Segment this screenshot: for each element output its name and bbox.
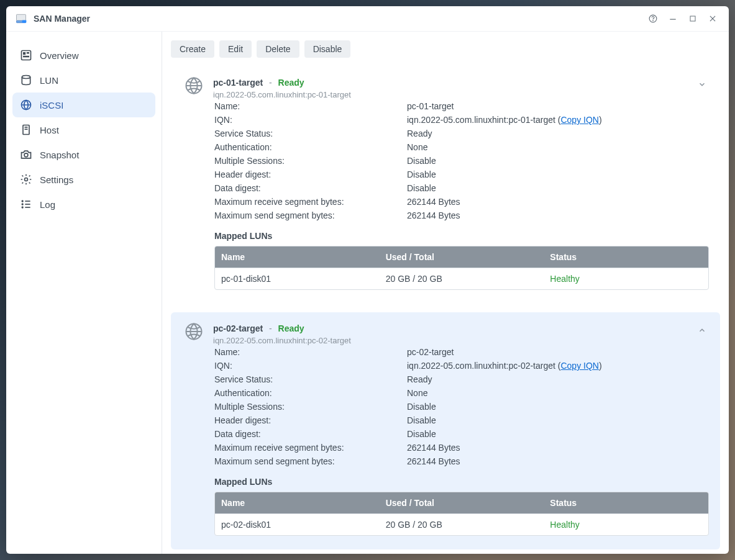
- label-iqn: IQN:: [214, 361, 407, 371]
- target-status: Ready: [278, 78, 304, 88]
- value-max-send: 262144 Bytes: [407, 210, 460, 220]
- delete-button[interactable]: Delete: [257, 40, 299, 58]
- camera-icon: [20, 148, 32, 161]
- sidebar-item-overview[interactable]: Overview: [12, 43, 155, 68]
- label-max-send: Maximum send segment bytes:: [214, 456, 407, 466]
- label-max-recv: Maximum receive segment bytes:: [214, 443, 407, 453]
- label-data-digest: Data digest:: [214, 183, 407, 193]
- value-authentication: None: [407, 388, 427, 398]
- label-iqn: IQN:: [214, 115, 407, 125]
- svg-point-4: [653, 20, 654, 21]
- disk-icon: [20, 74, 32, 86]
- sidebar-item-snapshot[interactable]: Snapshot: [12, 142, 155, 167]
- copy-iqn-link[interactable]: Copy IQN: [560, 115, 598, 125]
- mapped-luns-table: Name Used / Total Status pc-01-disk01 20…: [214, 246, 709, 290]
- label-authentication: Authentication:: [214, 142, 407, 152]
- label-authentication: Authentication:: [214, 388, 407, 398]
- sidebar-item-log[interactable]: Log: [12, 192, 155, 217]
- sidebar: Overview LUN iSCSI Host Snapshot Setting…: [6, 32, 162, 554]
- label-service-status: Service Status:: [214, 129, 407, 138]
- svg-point-22: [22, 207, 23, 208]
- sidebar-item-label: Host: [40, 125, 59, 135]
- dash: -: [265, 78, 276, 88]
- value-max-recv: 262144 Bytes: [407, 197, 460, 207]
- dash: -: [265, 323, 276, 333]
- table-row[interactable]: pc-01-disk01 20 GB / 20 GB Healthy: [215, 268, 708, 289]
- iscsi-target-card[interactable]: pc-01-target - Ready iqn.2022-05.com.lin…: [171, 66, 720, 304]
- host-icon: [20, 124, 32, 136]
- col-size[interactable]: Used / Total: [380, 492, 544, 513]
- copy-iqn-link[interactable]: Copy IQN: [560, 361, 598, 371]
- main-content: Create Edit Delete Disable pc-01-target …: [162, 32, 729, 554]
- label-max-send: Maximum send segment bytes:: [214, 210, 407, 220]
- sidebar-item-settings[interactable]: Settings: [12, 167, 155, 192]
- value-authentication: None: [407, 142, 427, 152]
- svg-rect-9: [22, 51, 31, 60]
- help-button[interactable]: [643, 9, 663, 29]
- mapped-luns-heading: Mapped LUNs: [214, 477, 709, 487]
- label-service-status: Service Status:: [214, 374, 407, 384]
- sidebar-item-host[interactable]: Host: [12, 117, 155, 142]
- col-name[interactable]: Name: [215, 492, 380, 513]
- lun-status: Healthy: [544, 268, 708, 289]
- value-iqn: iqn.2022-05.com.linuxhint:pc-02-target (…: [407, 361, 602, 371]
- create-button[interactable]: Create: [171, 40, 214, 58]
- target-details: Name:pc-01-target IQN:iqn.2022-05.com.li…: [185, 99, 709, 290]
- svg-rect-0: [17, 14, 26, 20]
- svg-point-13: [22, 76, 30, 79]
- toolbar: Create Edit Delete Disable: [171, 40, 720, 58]
- minimize-button[interactable]: [663, 9, 683, 29]
- col-status[interactable]: Status: [544, 246, 708, 268]
- titlebar: SAN Manager: [6, 6, 729, 32]
- label-data-digest: Data digest:: [214, 429, 407, 439]
- target-details: Name:pc-02-target IQN:iqn.2022-05.com.li…: [185, 345, 709, 536]
- table-row[interactable]: pc-02-disk01 20 GB / 20 GB Healthy: [215, 513, 708, 535]
- value-data-digest: Disable: [407, 429, 436, 439]
- label-max-recv: Maximum receive segment bytes:: [214, 197, 407, 207]
- app-icon: [15, 12, 27, 25]
- table-header: Name Used / Total Status: [215, 246, 708, 268]
- value-header-digest: Disable: [407, 169, 436, 179]
- chevron-up-icon[interactable]: [695, 323, 709, 337]
- value-name: pc-02-target: [407, 347, 454, 357]
- value-max-send: 262144 Bytes: [407, 456, 460, 466]
- list-icon: [20, 198, 32, 210]
- value-max-recv: 262144 Bytes: [407, 443, 460, 453]
- lun-size: 20 GB / 20 GB: [380, 514, 544, 535]
- target-iqn-subtitle: iqn.2022-05.com.linuxhint:pc-02-target: [213, 336, 685, 345]
- label-header-digest: Header digest:: [214, 415, 407, 425]
- lun-status: Healthy: [544, 514, 708, 535]
- close-button[interactable]: [703, 9, 723, 29]
- col-status[interactable]: Status: [544, 492, 708, 513]
- globe-icon: [20, 99, 32, 111]
- target-title: pc-01-target: [213, 78, 263, 88]
- target-iqn-subtitle: iqn.2022-05.com.linuxhint:pc-01-target: [213, 90, 685, 99]
- value-multiple-sessions: Disable: [407, 402, 436, 412]
- disable-button[interactable]: Disable: [304, 40, 351, 58]
- lun-size: 20 GB / 20 GB: [380, 268, 544, 289]
- sidebar-item-label: Snapshot: [40, 150, 79, 160]
- sidebar-item-lun[interactable]: LUN: [12, 68, 155, 93]
- app-title: SAN Manager: [34, 14, 90, 24]
- iscsi-target-card[interactable]: pc-02-target - Ready iqn.2022-05.com.lin…: [171, 312, 720, 549]
- value-iqn: iqn.2022-05.com.linuxhint:pc-01-target (…: [407, 115, 602, 125]
- sidebar-item-label: Overview: [40, 50, 79, 61]
- value-data-digest: Disable: [407, 183, 436, 193]
- svg-point-21: [22, 204, 23, 205]
- svg-rect-11: [27, 52, 29, 54]
- maximize-button[interactable]: [683, 9, 703, 29]
- col-size[interactable]: Used / Total: [380, 246, 544, 268]
- svg-point-19: [25, 178, 28, 181]
- value-multiple-sessions: Disable: [407, 156, 436, 166]
- label-name: Name:: [214, 101, 407, 111]
- sidebar-item-iscsi[interactable]: iSCSI: [12, 93, 155, 117]
- chevron-down-icon[interactable]: [695, 78, 709, 91]
- value-service-status: Ready: [407, 374, 432, 384]
- col-name[interactable]: Name: [215, 246, 380, 268]
- edit-button[interactable]: Edit: [219, 40, 252, 58]
- target-status: Ready: [278, 323, 304, 333]
- label-multiple-sessions: Multiple Sessions:: [214, 402, 407, 412]
- svg-rect-12: [23, 56, 29, 58]
- label-multiple-sessions: Multiple Sessions:: [214, 156, 407, 166]
- sidebar-item-label: LUN: [40, 75, 58, 86]
